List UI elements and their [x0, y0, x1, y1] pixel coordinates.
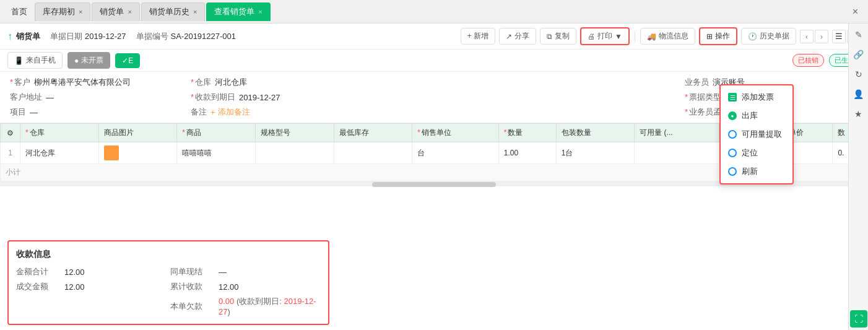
transaction-amount-label: 成交金额 — [16, 281, 59, 292]
sidebar-user-icon[interactable]: 👤 — [850, 85, 867, 103]
doc-type-label: 销货单 — [16, 31, 40, 42]
dropdown-locate[interactable]: 定位 — [721, 144, 792, 162]
row-sales-unit: 台 — [412, 142, 499, 164]
col-warehouse: 仓库 — [20, 124, 99, 142]
tab-view-sales[interactable]: 查看销货单 × — [206, 2, 270, 21]
current-arrears-value: 0.00 (收款到期日: 2019-12-27) — [219, 296, 321, 316]
payment-info-title: 收款信息 — [16, 249, 321, 260]
share-button[interactable]: ↗ 分享 — [499, 28, 536, 45]
row-warehouse: 河北仓库 — [20, 142, 99, 164]
project-label: 项目 — [10, 106, 26, 118]
amount-total-row: 金额合计 12.00 — [16, 266, 167, 277]
payment-date-field: 收款到期日 2019-12-27 — [191, 92, 364, 103]
doc-meta: 单据日期 2019-12-27 单据编号 SA-20191227-001 — [50, 31, 451, 42]
operation-dropdown: ☰ 添加发票 ● 出库 可用量提取 定位 刷新 — [719, 84, 794, 185]
tab-sales-history[interactable]: 销货单历史 × — [141, 2, 205, 21]
right-sidebar: ✎ 🔗 ↻ 👤 ★ ⛶ — [848, 24, 868, 330]
amount-total-label: 金额合计 — [16, 266, 59, 277]
refresh-icon — [728, 167, 737, 176]
amount-total-value: 12.00 — [64, 267, 85, 277]
address-value: — — [46, 93, 54, 102]
add-note-button[interactable]: + 添加备注 — [210, 106, 250, 118]
warehouse-label: 仓库 — [191, 77, 211, 88]
dropdown-add-invoice[interactable]: ☰ 添加发票 — [721, 88, 792, 106]
sidebar-refresh-icon[interactable]: ↻ — [850, 66, 867, 83]
print-dropdown-icon: ▼ — [615, 32, 622, 41]
note-field: 备注 + 添加备注 — [191, 106, 364, 118]
note-label: 备注 — [191, 106, 207, 118]
row-pack-qty: 1台 — [556, 142, 635, 164]
row-product: 嘻嘻嘻嘻 — [177, 142, 256, 164]
warehouse-field: 仓库 河北仓库 — [191, 77, 364, 88]
tab-close-sales[interactable]: × — [128, 8, 131, 15]
nav-arrows: ‹ › — [800, 30, 828, 43]
tab-home[interactable]: 首页 — [5, 6, 33, 17]
sidebar-edit-icon[interactable]: ✎ — [850, 26, 867, 43]
tab-close-history[interactable]: × — [193, 8, 197, 15]
check-button[interactable]: ✓E — [115, 53, 140, 68]
project-value: — — [30, 108, 38, 117]
window-close-button[interactable]: × — [848, 6, 863, 17]
col-quantity: 数量 — [498, 124, 556, 142]
document-header: ↑ 销货单 单据日期 2019-12-27 单据编号 SA-20191227-0… — [0, 24, 868, 50]
copy-button[interactable]: ⧉ 复制 — [540, 28, 576, 45]
scroll-thumb[interactable] — [372, 182, 496, 187]
not-open-button[interactable]: ● 未开票 — [67, 52, 110, 69]
logistics-icon: 🚚 — [647, 32, 656, 41]
col-sales-unit: 销售单位 — [412, 124, 499, 142]
employee-label: 业务员 — [685, 77, 709, 88]
tab-close-view[interactable]: × — [258, 8, 262, 15]
warehouse-value: 河北仓库 — [215, 77, 247, 88]
col-settings[interactable]: ⚙ — [1, 124, 20, 142]
prev-button[interactable]: ‹ — [800, 30, 814, 43]
cumulative-receipt-label: 累计收款 — [170, 281, 214, 292]
sidebar-star-icon[interactable]: ★ — [850, 105, 867, 123]
tab-inventory-init[interactable]: 库存期初 × — [35, 2, 90, 21]
current-arrears-row: 本单欠款 0.00 (收款到期日: 2019-12-27) — [170, 296, 321, 316]
cumulative-receipt-row: 累计收款 12.00 — [170, 281, 321, 292]
locate-icon — [728, 149, 737, 157]
doc-number-field: 单据编号 SA-20191227-001 — [136, 31, 237, 42]
address-label: 客户地址 — [10, 92, 42, 103]
tab-close-inventory[interactable]: × — [79, 8, 82, 15]
operation-button[interactable]: ⊞ 操作 — [699, 27, 737, 45]
sidebar-expand-icon[interactable]: ⛶ — [850, 310, 867, 328]
dropdown-refresh[interactable]: 刷新 — [721, 162, 792, 181]
history-icon: 🕐 — [748, 32, 757, 41]
col-product-img: 商品图片 — [98, 124, 177, 142]
tab-sales-order[interactable]: 销货单 × — [92, 2, 139, 21]
row-quantity: 1.00 — [498, 142, 556, 164]
doc-type-icon: ↑ — [7, 31, 12, 42]
from-phone-button[interactable]: 📱 来自手机 — [7, 52, 63, 69]
same-order-row: 同单现结 — — [170, 266, 321, 277]
cumulative-receipt-value: 12.00 — [219, 282, 239, 292]
logistics-button[interactable]: 🚚 物流信息 — [640, 28, 695, 45]
tabs-bar: 首页 库存期初 × 销货单 × 销货单历史 × 查看销货单 × × — [0, 0, 868, 24]
product-image — [104, 145, 119, 160]
row-num: 1 — [1, 142, 20, 164]
plus-icon: + — [210, 108, 215, 117]
row-min-stock — [334, 142, 412, 164]
address-field: 客户地址 — — [10, 92, 183, 103]
next-button[interactable]: › — [815, 30, 828, 43]
customer-label: 客户 — [10, 77, 30, 88]
add-invoice-icon: ☰ — [728, 93, 737, 102]
dropdown-available-qty[interactable]: 可用量提取 — [721, 125, 792, 144]
row-available — [635, 142, 719, 164]
list-view-button[interactable]: ☰ — [832, 30, 846, 43]
print-button[interactable]: 🖨 打印 ▼ — [580, 27, 630, 45]
grid-icon: ⊞ — [706, 32, 713, 41]
available-qty-icon — [728, 130, 737, 139]
dropdown-outbound[interactable]: ● 出库 — [721, 106, 792, 125]
customer-value: 柳州粤港平安气体有限公司 — [34, 77, 131, 88]
same-order-value: — — [219, 267, 227, 277]
doc-date-field: 单据日期 2019-12-27 — [50, 31, 126, 42]
col-pack-qty: 包装数量 — [556, 124, 635, 142]
new-button[interactable]: + 新增 — [461, 28, 495, 45]
toolbar-divider — [635, 32, 635, 41]
same-order-label: 同单现结 — [170, 266, 214, 277]
sidebar-link-icon[interactable]: 🔗 — [850, 46, 867, 63]
history-button[interactable]: 🕐 历史单据 — [741, 28, 796, 45]
transaction-amount-value: 12.00 — [64, 282, 85, 292]
customer-field: 客户 柳州粤港平安气体有限公司 — [10, 77, 183, 88]
